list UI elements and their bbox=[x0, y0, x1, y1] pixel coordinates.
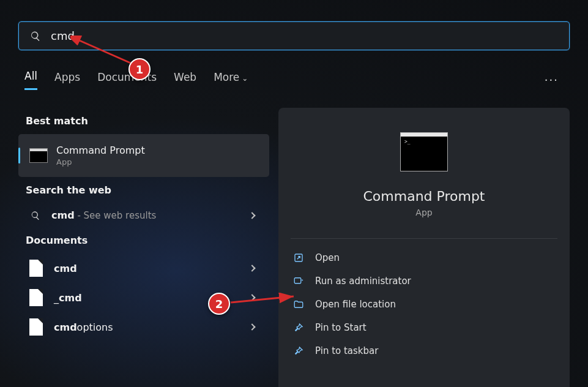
chevron-right-icon bbox=[248, 212, 255, 219]
cmd-app-icon bbox=[29, 148, 48, 163]
result-subtitle: App bbox=[56, 157, 261, 167]
pin-icon bbox=[293, 322, 304, 333]
web-search-result[interactable]: cmd - See web results bbox=[18, 203, 269, 227]
doc-bold: cmd bbox=[54, 321, 77, 333]
document-icon bbox=[29, 289, 43, 306]
overflow-menu-icon[interactable]: ··· bbox=[545, 73, 570, 86]
tab-apps[interactable]: Apps bbox=[54, 71, 80, 89]
document-icon bbox=[29, 318, 43, 336]
preview-subtitle: App bbox=[278, 208, 570, 217]
doc-prefix: _ bbox=[54, 292, 59, 304]
result-title: Command Prompt bbox=[56, 145, 261, 156]
doc-bold: cmd bbox=[54, 263, 77, 274]
annotation-marker-1: 1 bbox=[128, 58, 151, 80]
document-icon bbox=[29, 260, 43, 277]
action-label: Open bbox=[315, 252, 340, 263]
pin-icon bbox=[293, 345, 304, 356]
results-column: Best match Command Prompt App Search the… bbox=[18, 108, 269, 342]
best-match-result[interactable]: Command Prompt App bbox=[18, 134, 269, 177]
action-pin-taskbar[interactable]: Pin to taskbar bbox=[278, 339, 570, 363]
section-best-match: Best match bbox=[18, 108, 269, 134]
action-open-location[interactable]: Open file location bbox=[278, 293, 570, 316]
action-label: Run as administrator bbox=[315, 276, 411, 287]
doc-suffix: options bbox=[77, 321, 113, 333]
cmd-app-icon-large bbox=[400, 132, 448, 171]
web-suffix: - See web results bbox=[75, 210, 157, 221]
svg-rect-1 bbox=[294, 278, 301, 284]
document-result[interactable]: cmdoptions bbox=[18, 312, 269, 342]
chevron-right-icon bbox=[248, 265, 255, 271]
preview-panel: Command Prompt App Open Run as administr… bbox=[278, 108, 570, 387]
action-label: Pin to Start bbox=[315, 322, 367, 333]
action-label: Pin to taskbar bbox=[315, 345, 378, 356]
search-icon bbox=[30, 31, 41, 42]
action-label: Open file location bbox=[315, 299, 396, 310]
chevron-right-icon bbox=[248, 323, 255, 330]
section-documents: Documents bbox=[18, 227, 269, 254]
chevron-right-icon bbox=[248, 294, 255, 301]
annotation-marker-2: 2 bbox=[208, 293, 230, 315]
divider bbox=[291, 238, 557, 239]
search-input[interactable] bbox=[51, 29, 558, 42]
open-icon bbox=[293, 252, 304, 263]
result-text: Command Prompt App bbox=[56, 145, 261, 167]
web-query: cmd bbox=[51, 209, 75, 221]
shield-icon bbox=[293, 276, 304, 287]
search-box[interactable] bbox=[18, 21, 570, 50]
preview-title: Command Prompt bbox=[278, 189, 570, 204]
document-result[interactable]: _cmd bbox=[18, 283, 269, 312]
doc-bold: cmd bbox=[59, 292, 82, 304]
chevron-down-icon: ⌄ bbox=[242, 74, 248, 83]
action-run-admin[interactable]: Run as administrator bbox=[278, 269, 570, 293]
search-tabs: All Apps Documents Web More⌄ ··· bbox=[24, 70, 570, 90]
tab-more[interactable]: More⌄ bbox=[214, 71, 248, 89]
action-open[interactable]: Open bbox=[278, 246, 570, 269]
tab-all[interactable]: All bbox=[24, 70, 37, 90]
search-icon bbox=[31, 211, 40, 220]
action-pin-start[interactable]: Pin to Start bbox=[278, 316, 570, 339]
folder-icon bbox=[293, 299, 304, 310]
document-result[interactable]: cmd bbox=[18, 254, 269, 283]
tab-web[interactable]: Web bbox=[174, 71, 196, 89]
section-search-web: Search the web bbox=[18, 177, 269, 203]
